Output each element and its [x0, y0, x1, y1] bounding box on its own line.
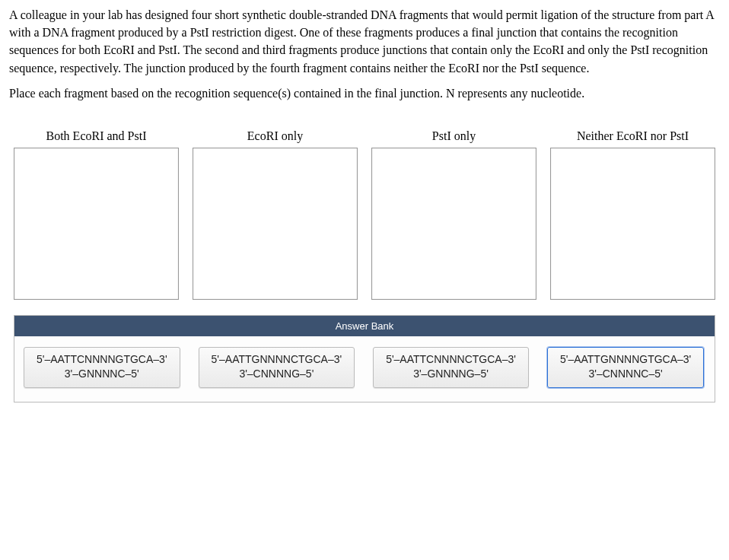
- dropzone-col-neither: Neither EcoRI nor PstI: [550, 129, 715, 300]
- fragment-top-strand: 5'–AATTGNNNNGTGCA–3': [560, 353, 691, 365]
- dropzone-label: EcoRI only: [247, 129, 303, 143]
- fragment-top-strand: 5'–AATTGNNNNCTGCA–3': [212, 353, 342, 365]
- answer-bank: Answer Bank 5'–AATTCNNNNGTGCA–3' 3'–GNNN…: [14, 315, 715, 402]
- fragment-bottom-strand: 3'–GNNNNC–5': [37, 367, 167, 381]
- dropzone-label: Both EcoRI and PstI: [46, 129, 147, 143]
- fragment-1[interactable]: 5'–AATTCNNNNGTGCA–3' 3'–GNNNNC–5': [24, 347, 180, 388]
- dropzone-col-ecori: EcoRI only: [193, 129, 358, 300]
- fragment-3[interactable]: 5'–AATTCNNNNCTGCA–3' 3'–GNNNNG–5': [373, 347, 529, 388]
- fragment-top-strand: 5'–AATTCNNNNCTGCA–3': [386, 353, 516, 365]
- dropzone-neither[interactable]: [550, 148, 715, 300]
- fragment-bottom-strand: 3'–CNNNNG–5': [212, 367, 342, 381]
- dropzone-col-both: Both EcoRI and PstI: [14, 129, 179, 300]
- dropzone-col-psti: PstI only: [371, 129, 536, 300]
- dropzone-label: PstI only: [432, 129, 476, 143]
- fragment-2[interactable]: 5'–AATTGNNNNCTGCA–3' 3'–CNNNNG–5': [199, 347, 355, 388]
- dropzone-both-ecori-psti[interactable]: [14, 148, 179, 300]
- dropzone-row: Both EcoRI and PstI EcoRI only PstI only…: [9, 129, 720, 300]
- question-para-2: Place each fragment based on the recogni…: [9, 84, 720, 102]
- answer-bank-header: Answer Bank: [14, 316, 715, 336]
- fragment-bottom-strand: 3'–GNNNNG–5': [386, 367, 516, 381]
- fragment-4[interactable]: 5'–AATTGNNNNGTGCA–3' 3'–CNNNNC–5': [547, 347, 704, 388]
- question-para-1: A colleague in your lab has designed fou…: [9, 6, 720, 77]
- answer-bank-body: 5'–AATTCNNNNGTGCA–3' 3'–GNNNNC–5' 5'–AAT…: [14, 336, 715, 402]
- question-text: A colleague in your lab has designed fou…: [9, 6, 720, 102]
- fragment-bottom-strand: 3'–CNNNNC–5': [560, 367, 691, 381]
- dropzone-label: Neither EcoRI nor PstI: [577, 129, 689, 143]
- dropzone-psti-only[interactable]: [371, 148, 536, 300]
- dropzone-ecori-only[interactable]: [193, 148, 358, 300]
- fragment-top-strand: 5'–AATTCNNNNGTGCA–3': [37, 353, 167, 365]
